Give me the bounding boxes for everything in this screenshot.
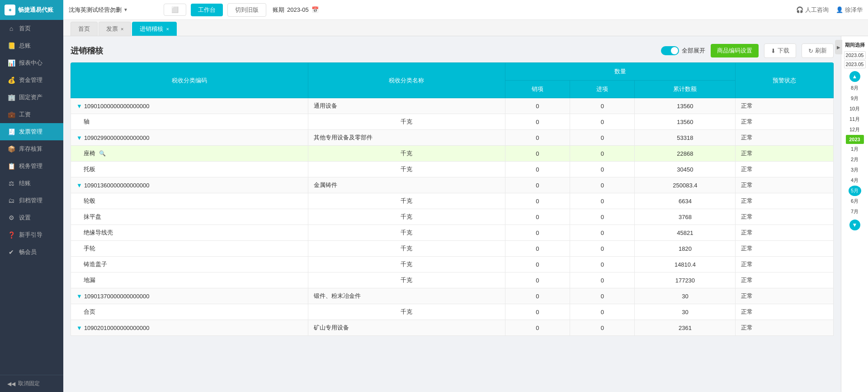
sidebar-item-assets[interactable]: 🏢 固定资产: [0, 89, 63, 106]
topbar: 沈海英测试经营勿删 ▼ ⬜ 工作台 切到旧版 账期 2023-05 📅 🎧 人工…: [63, 0, 868, 20]
total-cell: 30: [635, 304, 736, 320]
status-cell: 正常: [736, 98, 834, 114]
sidebar-item-salary[interactable]: 💼 工资: [0, 106, 63, 123]
total-cell: 30: [635, 288, 736, 304]
total-cell: 14810.4: [635, 257, 736, 272]
child-name-cell: 抹平盘: [71, 209, 308, 225]
child-name-cell: 绝缘导线壳: [71, 225, 308, 241]
sidebar-unpin-button[interactable]: ◀◀ 取消固定: [0, 375, 63, 392]
sale-cell: 0: [505, 130, 570, 146]
month-item-1月[interactable]: 1月: [844, 144, 866, 154]
month-item-10月[interactable]: 10月: [844, 104, 866, 114]
tab-invoice-close[interactable]: ×: [121, 26, 123, 32]
company-selector[interactable]: 沈海英测试经营勿删 ▼: [69, 6, 159, 14]
sidebar-item-home[interactable]: ⌂ 首页: [0, 20, 63, 37]
month-item-2月[interactable]: 2月: [844, 154, 866, 165]
refresh-icon: ↻: [808, 48, 813, 54]
sidebar-item-invoice[interactable]: 🧾 发票管理: [0, 123, 63, 140]
panel-year-row1[interactable]: 2023.05: [844, 51, 866, 59]
workbench-button[interactable]: 工作台: [191, 4, 223, 16]
username-label: 徐泽华: [845, 6, 863, 14]
tab-home[interactable]: 首页: [71, 22, 98, 36]
sidebar-item-tax[interactable]: 📋 税务管理: [0, 158, 63, 175]
calendar-icon[interactable]: 📅: [311, 6, 319, 13]
switch-version-button[interactable]: 切到旧版: [227, 3, 266, 17]
total-cell: 6634: [635, 193, 736, 209]
unpin-label: 取消固定: [18, 380, 40, 387]
purchase-cell: 0: [570, 225, 635, 241]
logo-text: 畅捷通易代账: [18, 6, 53, 14]
tab-invoice[interactable]: 发票 ×: [99, 22, 131, 36]
data-table-wrap: 税收分类编码 税收分类名称 数量 预警状态 销项 进项 累计数额 ▼1090: [71, 62, 834, 385]
month-item-11月[interactable]: 11月: [844, 114, 866, 124]
purchase-cell: 0: [570, 241, 635, 257]
total-cell: 177230: [635, 272, 736, 288]
sidebar-item-settings[interactable]: ⚙ 设置: [0, 209, 63, 226]
month-item-3月[interactable]: 3月: [844, 165, 866, 175]
month-item-5月[interactable]: 5月: [849, 186, 861, 196]
month-item-9月[interactable]: 9月: [844, 93, 866, 104]
tax-name-cell: 通用设备: [308, 98, 505, 114]
sidebar-item-report[interactable]: 📊 报表中心: [0, 54, 63, 72]
expand-toggle-label: 全部展开: [682, 47, 705, 55]
download-button[interactable]: ⬇ 下载: [764, 43, 796, 58]
purchase-cell: 0: [570, 320, 635, 336]
ledger-icon: 📒: [7, 42, 15, 49]
sale-cell: 0: [505, 257, 570, 272]
service-button[interactable]: 🎧 人工咨询: [796, 6, 829, 14]
company-name: 沈海英测试经营勿删: [69, 6, 122, 14]
purchase-cell: 0: [570, 257, 635, 272]
sidebar-item-settlement[interactable]: ⚖ 结账: [0, 175, 63, 192]
month-item-6月[interactable]: 6月: [844, 196, 866, 206]
tax-code-cell: ▼10901000000000000000: [71, 98, 308, 114]
tax-code-cell: ▼10902010000000000000: [71, 320, 308, 336]
user-avatar[interactable]: 👤 徐泽华: [836, 6, 863, 14]
col-purchase: 进项: [570, 81, 635, 98]
panel-up-arrow[interactable]: ▲: [849, 71, 860, 82]
sidebar-item-member[interactable]: ✔ 畅会员: [0, 244, 63, 261]
panel-collapse-toggle[interactable]: ▶: [835, 40, 842, 54]
commodity-setting-button[interactable]: 商品编码设置: [711, 44, 759, 57]
sidebar-item-archive[interactable]: 🗂 归档管理: [0, 192, 63, 209]
save-draft-button[interactable]: ⬜: [164, 4, 186, 16]
unit-cell: 千克: [308, 209, 505, 225]
col-quantity: 数量: [505, 63, 736, 81]
panel-content: 期间选择 2023.05 2023.05 ▲8月9月10月11月12月20231…: [843, 40, 866, 230]
col-sale: 销项: [505, 81, 570, 98]
tab-reconcile-label: 进销稽核: [140, 25, 163, 33]
panel-down-arrow[interactable]: ▼: [849, 220, 860, 230]
sidebar-item-capital[interactable]: 💰 资金管理: [0, 72, 63, 89]
month-item-12月[interactable]: 12月: [844, 124, 866, 135]
total-cell: 30450: [635, 162, 736, 177]
total-cell: 3768: [635, 209, 736, 225]
child-name-cell: 地漏: [71, 272, 308, 288]
status-cell: 正常: [736, 114, 834, 130]
content-area: 进销稽核 全部展开 商品编码设置 ⬇ 下载 ↻ 刷新: [63, 36, 868, 392]
month-item-4月[interactable]: 4月: [844, 175, 866, 186]
tab-reconcile[interactable]: 进销稽核 ×: [132, 22, 176, 36]
sale-cell: 0: [505, 209, 570, 225]
tax-name-cell: 其他专用设备及零部件: [308, 130, 505, 146]
status-cell: 正常: [736, 177, 834, 193]
sidebar-item-label: 设置: [19, 214, 31, 222]
total-cell: 1820: [635, 241, 736, 257]
unit-cell: 千克: [308, 257, 505, 272]
month-item-7月[interactable]: 7月: [844, 206, 866, 217]
page-title: 进销稽核: [71, 45, 103, 56]
unit-cell: 千克: [308, 193, 505, 209]
search-icon[interactable]: 🔍: [99, 150, 106, 157]
tab-reconcile-close[interactable]: ×: [166, 26, 169, 32]
sidebar-item-inventory[interactable]: 📦 库存核算: [0, 140, 63, 158]
settings-icon: ⚙: [7, 214, 15, 221]
panel-year-row2[interactable]: 2023.05: [844, 60, 866, 68]
download-label: 下载: [778, 47, 789, 55]
tab-invoice-label: 发票: [106, 25, 118, 33]
total-cell: 45821: [635, 225, 736, 241]
tax-name-cell: 金属铸件: [308, 177, 505, 193]
month-item-8月[interactable]: 8月: [844, 83, 866, 93]
sidebar-item-guide[interactable]: ❓ 新手引导: [0, 226, 63, 244]
sidebar-item-ledger[interactable]: 📒 总账: [0, 37, 63, 54]
expand-toggle[interactable]: [661, 46, 679, 55]
refresh-button[interactable]: ↻ 刷新: [802, 43, 834, 58]
status-cell: 正常: [736, 130, 834, 146]
